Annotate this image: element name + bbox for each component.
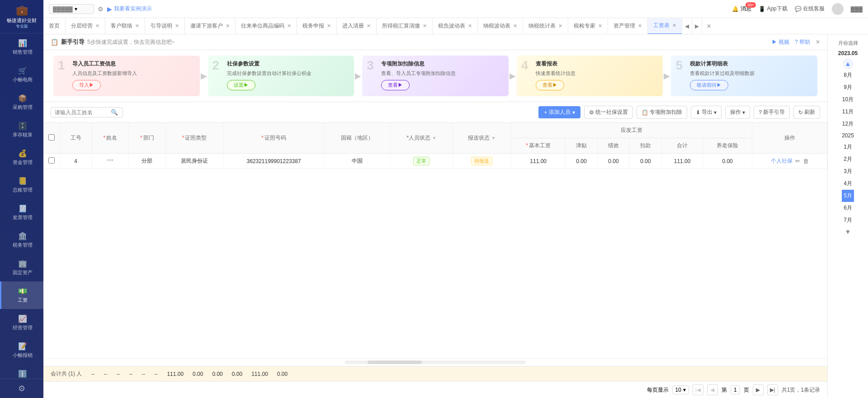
- guide-video-link[interactable]: ▶ 视频: [772, 38, 789, 46]
- sidebar-item-发票管理[interactable]: 🧾 发票管理: [0, 199, 43, 226]
- tab-首页[interactable]: 首页: [43, 18, 66, 34]
- search-input[interactable]: [55, 109, 109, 116]
- username[interactable]: ▓▓▓: [851, 6, 863, 12]
- online-service-btn[interactable]: 💬 在线客服: [795, 5, 825, 13]
- tab-客户联络[interactable]: 客户联络✕: [105, 18, 145, 34]
- sidebar-item-固定资产[interactable]: 🏢 固定资产: [0, 254, 43, 281]
- tab-close-10[interactable]: ✕: [513, 23, 517, 29]
- tab-close-6[interactable]: ✕: [327, 23, 331, 29]
- guide-close-btn[interactable]: ✕: [816, 39, 820, 45]
- tab-close-5[interactable]: ✕: [287, 23, 291, 29]
- sidebar-item-销售管理[interactable]: 📊 销售管理: [0, 33, 43, 61]
- guide-btn[interactable]: ? 新手引导: [754, 106, 790, 119]
- message-btn[interactable]: 🔔 消息 99+: [732, 5, 751, 13]
- last-page-btn[interactable]: ▶|: [767, 384, 778, 395]
- sidebar-item-资金管理[interactable]: 💰 资金管理: [0, 144, 43, 171]
- operate-btn[interactable]: 操作 ▾: [725, 106, 750, 119]
- month-item-9月[interactable]: 9月: [842, 81, 854, 94]
- company-dropdown[interactable]: ▓▓▓▓▓ ▾: [49, 4, 94, 14]
- next-page-btn[interactable]: ▶: [753, 384, 764, 395]
- search-icon[interactable]: 🔍: [111, 109, 118, 116]
- settings-icon[interactable]: ⚙: [18, 384, 25, 393]
- tab-close-1[interactable]: ✕: [95, 23, 99, 29]
- settings-icon[interactable]: ⚙: [98, 5, 104, 13]
- month-item-6月[interactable]: 6月: [842, 202, 854, 214]
- tab-纳税统计表[interactable]: 纳税统计表✕: [523, 18, 568, 34]
- tab-close-14[interactable]: ✕: [672, 23, 676, 28]
- tab-close-12[interactable]: ✕: [598, 23, 602, 29]
- tab-close-8[interactable]: ✕: [423, 23, 427, 29]
- month-item-10月[interactable]: 10月: [842, 94, 854, 106]
- scroll-track[interactable]: [345, 361, 526, 364]
- tab-close-9[interactable]: ✕: [468, 23, 472, 29]
- current-page-input[interactable]: 1: [731, 385, 740, 394]
- avatar[interactable]: [832, 3, 844, 15]
- tab-税务申报[interactable]: 税务申报✕: [297, 18, 337, 34]
- tab-往来单位商品编码[interactable]: 往来单位商品编码✕: [236, 18, 297, 34]
- report-filter-icon[interactable]: ▼: [491, 136, 496, 140]
- tab-资产管理[interactable]: 资产管理✕: [608, 18, 648, 34]
- app-download-btn[interactable]: 📱 App下载: [759, 5, 787, 13]
- step-btn-2[interactable]: 设置▶: [227, 80, 255, 90]
- unify-social-btn[interactable]: ⚙ 统一社保设置: [584, 106, 633, 119]
- page-size-select[interactable]: 10 ▾: [672, 385, 689, 394]
- month-item-5月[interactable]: 5月: [842, 190, 854, 202]
- tab-nav-right[interactable]: ▶: [692, 18, 702, 34]
- sidebar-item-小畅电商[interactable]: 🛒 小畅电商: [0, 61, 43, 89]
- sidebar-item-工资[interactable]: 💵 工资: [0, 281, 43, 309]
- export-btn[interactable]: ⬇ 导出 ▾: [691, 106, 722, 119]
- sidebar-item-经营管理[interactable]: 📈 经营管理: [0, 309, 43, 337]
- step-btn-4[interactable]: 查看▶: [536, 80, 564, 90]
- tab-close-7[interactable]: ✕: [367, 23, 371, 29]
- month-item-2月[interactable]: 2月: [842, 153, 854, 165]
- sidebar-item-库存核算[interactable]: 🗄️ 库存核算: [0, 116, 43, 144]
- tab-税负波动表[interactable]: 税负波动表✕: [433, 18, 478, 34]
- tab-nav-left[interactable]: ◀: [682, 18, 692, 34]
- refresh-btn[interactable]: ↻ 刷新: [793, 106, 820, 119]
- tab-工资表[interactable]: 工资表✕: [648, 18, 682, 34]
- month-item-4月[interactable]: 4月: [842, 178, 854, 190]
- delete-icon-0[interactable]: 🗑: [803, 158, 809, 164]
- select-all-checkbox[interactable]: [48, 134, 55, 140]
- month-item-12月[interactable]: 12月: [842, 118, 854, 130]
- personal-social-link-0[interactable]: 个人社保: [771, 157, 793, 165]
- tab-close-13[interactable]: ✕: [638, 23, 642, 29]
- tab-所得税汇算清缴[interactable]: 所得税汇算清缴✕: [377, 18, 433, 34]
- tab-纳税波动表[interactable]: 纳税波动表✕: [478, 18, 523, 34]
- horizontal-scrollbar[interactable]: [43, 358, 827, 366]
- sidebar-item-总账管理[interactable]: 📒 总账管理: [0, 171, 43, 199]
- month-item-11月[interactable]: 11月: [842, 106, 854, 118]
- sidebar-item-采购管理[interactable]: 📦 采购管理: [0, 89, 43, 116]
- row-checkbox-0[interactable]: [48, 157, 55, 164]
- sidebar-item-基础信息[interactable]: ℹ️ 基础信息: [0, 364, 43, 379]
- guide-help-link[interactable]: ? 帮助: [795, 38, 810, 46]
- tab-邀请下游客户[interactable]: 邀请下游客户✕: [185, 18, 236, 34]
- prev-page-btn[interactable]: ◀: [707, 384, 718, 395]
- month-item-7月[interactable]: 7月: [842, 214, 854, 226]
- close-all-tabs-btn[interactable]: ✕: [702, 18, 716, 34]
- step-btn-1[interactable]: 导入▶: [72, 80, 101, 90]
- tab-close-11[interactable]: ✕: [558, 23, 562, 29]
- month-item-2025[interactable]: 2025: [842, 130, 854, 141]
- edit-icon-0[interactable]: ✏: [795, 158, 800, 164]
- tab-close-4[interactable]: ✕: [226, 23, 230, 29]
- tab-进入清册[interactable]: 进入清册✕: [337, 18, 377, 34]
- month-item-3月[interactable]: 3月: [842, 165, 854, 178]
- first-page-btn[interactable]: |◀: [693, 384, 703, 395]
- tab-close-3[interactable]: ✕: [175, 23, 179, 29]
- step-btn-5[interactable]: 敬请期待▶: [690, 80, 728, 90]
- month-down-btn[interactable]: ▼: [843, 226, 854, 237]
- tab-税检专家[interactable]: 税检专家✕: [568, 18, 608, 34]
- demo-link[interactable]: ▶ 我要看实例演示: [107, 5, 152, 13]
- month-up-btn[interactable]: ▲: [843, 58, 854, 69]
- month-item-1月[interactable]: 1月: [842, 141, 854, 153]
- sidebar-item-小畅报销[interactable]: 📝 小畅报销: [0, 337, 43, 364]
- tab-分层经营[interactable]: 分层经营✕: [66, 18, 105, 34]
- scroll-thumb[interactable]: [368, 361, 422, 364]
- tab-close-2[interactable]: ✕: [135, 23, 139, 29]
- status-filter-icon[interactable]: ▼: [432, 136, 436, 140]
- special-deduct-btn[interactable]: 📋 专项附加扣除: [637, 106, 687, 119]
- sidebar-item-税务管理[interactable]: 🏛️ 税务管理: [0, 226, 43, 254]
- tab-引导说明[interactable]: 引导说明✕: [145, 18, 185, 34]
- add-person-btn[interactable]: + 添加人员 ▾: [538, 106, 580, 118]
